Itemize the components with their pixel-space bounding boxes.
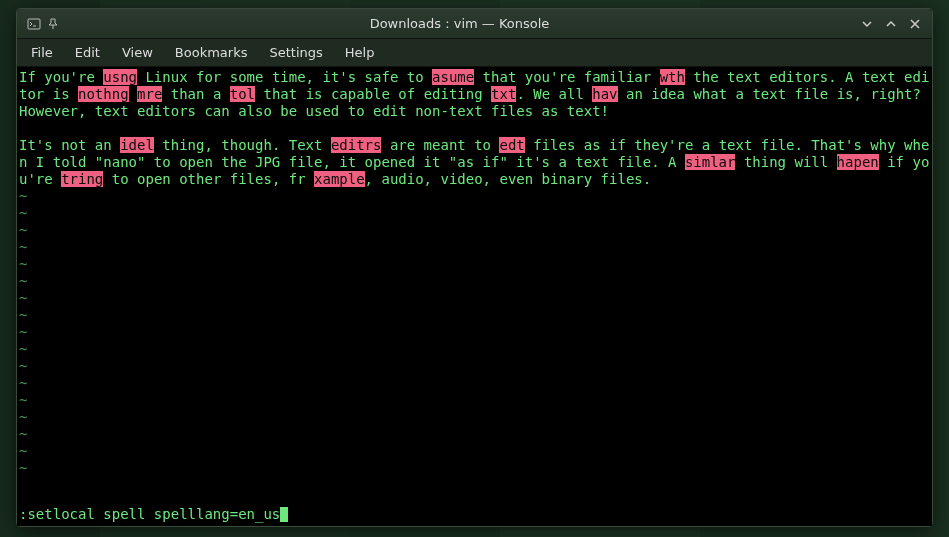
spell-error: hav (592, 86, 617, 102)
text-run: than a (162, 86, 229, 102)
menu-edit[interactable]: Edit (65, 41, 110, 64)
text-run: It's not an (19, 137, 120, 153)
text-run: are meant to (381, 137, 499, 153)
terminal-icon (27, 17, 41, 31)
titlebar[interactable]: Downloads : vim — Konsole (17, 9, 932, 39)
text-run: If you're (19, 69, 103, 85)
konsole-window: Downloads : vim — Konsole File Edit View… (16, 8, 933, 527)
spell-error: txt (491, 86, 516, 102)
vim-empty-lines: ~~~~~~~~~~~~~~~~~ (19, 188, 930, 477)
spell-error: nothng (78, 86, 129, 102)
text-run: thing, though. Text (154, 137, 331, 153)
menu-file[interactable]: File (21, 41, 63, 64)
spell-error: asume (432, 69, 474, 85)
spell-error: usng (103, 69, 137, 85)
maximize-button[interactable] (884, 17, 898, 31)
close-button[interactable] (908, 17, 922, 31)
window-title: Downloads : vim — Konsole (59, 16, 860, 31)
svg-rect-0 (28, 19, 40, 29)
pin-icon[interactable] (47, 18, 59, 30)
paragraph-2: It's not an idel thing, though. Text edi… (19, 137, 929, 187)
cursor (280, 507, 288, 522)
text-run: thing will (735, 154, 836, 170)
spell-error: edt (499, 137, 524, 153)
command-text: :setlocal spell spelllang=en_us (19, 506, 280, 523)
spell-error: wth (660, 69, 685, 85)
text-run: that you're familiar (474, 69, 659, 85)
text-run: that is capable of editing (255, 86, 491, 102)
spell-error: idel (120, 137, 154, 153)
text-run: to open other files, fr (103, 171, 314, 187)
text-run: . We all (516, 86, 592, 102)
window-controls (860, 17, 922, 31)
spell-error: mre (137, 86, 162, 102)
menu-settings[interactable]: Settings (259, 41, 332, 64)
minimize-button[interactable] (860, 17, 874, 31)
vim-buffer[interactable]: If you're usng Linux for some time, it's… (19, 69, 930, 504)
menubar: File Edit View Bookmarks Settings Help (17, 39, 932, 67)
spell-error: editrs (331, 137, 382, 153)
text-run: , audio, video, even binary files. (365, 171, 652, 187)
spell-error: hapen (837, 154, 879, 170)
spell-error: simlar (685, 154, 736, 170)
paragraph-1: If you're usng Linux for some time, it's… (19, 69, 929, 119)
terminal-area[interactable]: If you're usng Linux for some time, it's… (17, 67, 932, 526)
spell-error: tring (61, 171, 103, 187)
text-run: Linux for some time, it's safe to (137, 69, 432, 85)
titlebar-left-icons (27, 17, 59, 31)
spell-error: xample (314, 171, 365, 187)
menu-view[interactable]: View (112, 41, 163, 64)
spell-error: tol (230, 86, 255, 102)
menu-help[interactable]: Help (335, 41, 385, 64)
menu-bookmarks[interactable]: Bookmarks (165, 41, 258, 64)
vim-command-line[interactable]: :setlocal spell spelllang=en_us (19, 506, 930, 523)
